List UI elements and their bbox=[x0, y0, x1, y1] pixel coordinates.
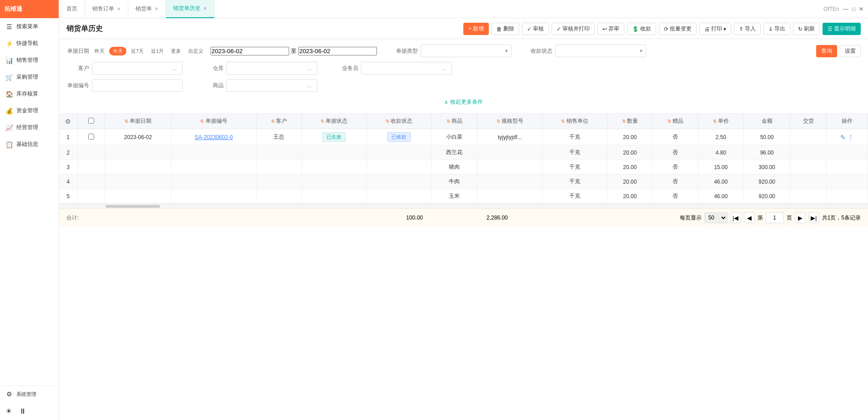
filter-collect-status: 收款状态 bbox=[530, 45, 646, 57]
col-spec-type[interactable]: ⇅ 规格型号 bbox=[477, 114, 542, 129]
goods-ellipsis[interactable]: ... bbox=[304, 81, 314, 90]
sidebar-item-inventory-calc[interactable]: 🏠 库存核算 bbox=[0, 85, 59, 102]
gear-icon[interactable]: ⚙ bbox=[65, 118, 71, 125]
doc-type-select[interactable] bbox=[421, 45, 512, 57]
date-custom[interactable]: 自定义 bbox=[186, 47, 206, 55]
col-doc-status[interactable]: ⇅ 单据状态 bbox=[301, 114, 366, 129]
abandon-button[interactable]: ↩ 弃审 bbox=[597, 23, 624, 35]
tab-sales-history-close[interactable]: ✕ bbox=[203, 6, 207, 11]
col-doc-date[interactable]: ⇅ 单据日期 bbox=[105, 114, 171, 129]
date-today[interactable]: 今天 bbox=[109, 47, 126, 55]
sidebar-item-base-info[interactable]: 📋 基础信息 bbox=[0, 136, 59, 153]
sidebar-item-search-menu[interactable]: ☰ 搜索菜单 bbox=[0, 18, 59, 35]
row-doc-number[interactable] bbox=[171, 189, 256, 204]
sidebar-bottom: ⚙ 系统管理 ☀ ⏸ bbox=[0, 385, 59, 420]
sidebar-item-sys-mgmt[interactable]: ⚙ 系统管理 bbox=[0, 386, 59, 402]
row-doc-number[interactable]: SA-20230602-0 bbox=[171, 129, 256, 145]
date-from-input[interactable] bbox=[211, 47, 289, 55]
sidebar-item-sales-mgmt[interactable]: 📊 销售管理 bbox=[0, 52, 59, 69]
tab-sales-history[interactable]: 销货单历史 ✕ bbox=[166, 0, 215, 18]
tab-sales-order-close[interactable]: ✕ bbox=[117, 6, 120, 11]
goods-input[interactable] bbox=[227, 80, 304, 91]
delete-icon: 🗑 bbox=[497, 26, 502, 32]
tab-sales-order[interactable]: 销售订单 ✕ bbox=[85, 0, 128, 18]
first-page-btn[interactable]: |◀ bbox=[730, 212, 741, 223]
table-body: 1 2023-06-02 SA-20230602-0 王总 已生效 已收款 小白… bbox=[59, 129, 868, 204]
import-button[interactable]: ⇑ 导入 bbox=[734, 23, 761, 35]
col-checkbox[interactable] bbox=[77, 114, 105, 129]
row-checkbox[interactable] bbox=[77, 175, 105, 189]
tab-sales-delivery[interactable]: 销货单 ✕ bbox=[128, 0, 166, 18]
sidebar-item-ops-mgmt[interactable]: 📈 经营管理 bbox=[0, 119, 59, 136]
delete-button[interactable]: 🗑 删除 bbox=[492, 23, 519, 35]
query-button[interactable]: 查询 bbox=[816, 45, 837, 57]
sidebar-item-finance-mgmt[interactable]: 💰 资金管理 bbox=[0, 102, 59, 119]
row-doc-number[interactable] bbox=[171, 145, 256, 160]
collect-status-select[interactable] bbox=[555, 45, 646, 57]
doc-number-link[interactable]: SA-20230602-0 bbox=[195, 134, 233, 140]
staff-ellipsis[interactable]: ... bbox=[439, 64, 449, 72]
staff-input[interactable] bbox=[361, 62, 439, 74]
edit-icon[interactable]: ✎ bbox=[840, 134, 846, 141]
date-to-input[interactable] bbox=[298, 47, 377, 55]
show-detail-button[interactable]: ☰ 显示明细 bbox=[823, 23, 861, 35]
select-all-checkbox[interactable] bbox=[88, 118, 94, 124]
customer-input[interactable] bbox=[92, 62, 170, 74]
sidebar-item-quick-nav[interactable]: ⚡ 快捷导航 bbox=[0, 35, 59, 52]
col-unit-price[interactable]: ⇅ 单价 bbox=[698, 114, 743, 129]
sidebar-item-purchase-mgmt[interactable]: 🛒 采购管理 bbox=[0, 69, 59, 85]
window-close[interactable]: ✕ bbox=[859, 6, 863, 12]
col-gift[interactable]: ⇅ 赠品 bbox=[652, 114, 698, 129]
total-label: 合计: bbox=[66, 214, 79, 222]
row-checkbox[interactable] bbox=[77, 160, 105, 175]
sidebar-bottom-action1[interactable]: ☀ ⏸ bbox=[0, 402, 59, 420]
row-quantity: 20.00 bbox=[607, 160, 652, 175]
warehouse-ellipsis[interactable]: ... bbox=[304, 64, 314, 72]
col-customer[interactable]: ⇅ 客户 bbox=[256, 114, 301, 129]
export-button[interactable]: ⇓ 导出 bbox=[763, 23, 790, 35]
window-maximize[interactable]: □ bbox=[852, 6, 855, 12]
row-transaction bbox=[790, 189, 827, 204]
prev-page-btn[interactable]: ◀ bbox=[744, 212, 755, 223]
new-button[interactable]: + 新增 bbox=[463, 23, 489, 35]
col-quantity[interactable]: ⇅ 数量 bbox=[607, 114, 652, 129]
row-doc-number[interactable] bbox=[171, 175, 256, 189]
customer-ellipsis[interactable]: ... bbox=[170, 64, 180, 72]
tab-home[interactable]: 首页 bbox=[59, 0, 85, 18]
audit-print-button[interactable]: ✓ 审核并打印 bbox=[552, 23, 595, 35]
warehouse-input[interactable] bbox=[227, 62, 304, 74]
tab-home-label: 首页 bbox=[66, 5, 77, 13]
next-page-btn[interactable]: ▶ bbox=[795, 212, 806, 223]
more-icon[interactable]: ⋮ bbox=[848, 134, 854, 141]
row-checkbox[interactable] bbox=[77, 189, 105, 204]
col-collect-status[interactable]: ⇅ 收款状态 bbox=[366, 114, 431, 129]
date-yesterday[interactable]: 昨天 bbox=[92, 47, 107, 55]
collapse-button[interactable]: ∧ 收起更多条件 bbox=[66, 96, 861, 108]
date-more[interactable]: 更多 bbox=[168, 47, 184, 55]
audit-button[interactable]: ✓ 审核 bbox=[522, 23, 549, 35]
collect-button[interactable]: 💲 收款 bbox=[627, 23, 656, 35]
window-minimize[interactable]: — bbox=[843, 6, 848, 12]
refresh-button[interactable]: ↻ 刷新 bbox=[793, 23, 820, 35]
row-checkbox[interactable] bbox=[77, 129, 105, 145]
col-goods[interactable]: ⇅ 商品 bbox=[431, 114, 477, 129]
sidebar: 拓维通 ☰ 搜索菜单 ⚡ 快捷导航 📊 销售管理 🛒 采购管理 🏠 库存核算 💰… bbox=[0, 0, 59, 420]
date-7days[interactable]: 近7天 bbox=[128, 47, 146, 55]
tab-sales-delivery-close[interactable]: ✕ bbox=[155, 6, 158, 11]
col-doc-number[interactable]: ⇅ 单据编号 bbox=[171, 114, 256, 129]
row-checkbox[interactable] bbox=[77, 145, 105, 160]
filter-date: 单据日期 昨天 今天 近7天 近1月 更多 自定义 至 bbox=[66, 47, 377, 55]
date-1month[interactable]: 近1月 bbox=[148, 47, 166, 55]
per-page-select[interactable]: 50 100 200 bbox=[704, 212, 728, 223]
doc-number-input[interactable] bbox=[92, 79, 183, 92]
last-page-btn[interactable]: ▶| bbox=[808, 212, 819, 223]
col-sales-unit[interactable]: ⇅ 销售单位 bbox=[542, 114, 607, 129]
batch-change-button[interactable]: ⟳ 批量变更 bbox=[659, 23, 697, 35]
settings-button[interactable]: 设置 bbox=[840, 45, 861, 57]
horizontal-scrollbar[interactable] bbox=[59, 204, 868, 208]
page-number-input[interactable] bbox=[766, 212, 784, 223]
col-gear[interactable]: ⚙ bbox=[59, 114, 77, 129]
scroll-thumb[interactable] bbox=[105, 205, 160, 208]
print-button[interactable]: 🖨 打印 ▾ bbox=[699, 23, 731, 35]
row-doc-number[interactable] bbox=[171, 160, 256, 175]
